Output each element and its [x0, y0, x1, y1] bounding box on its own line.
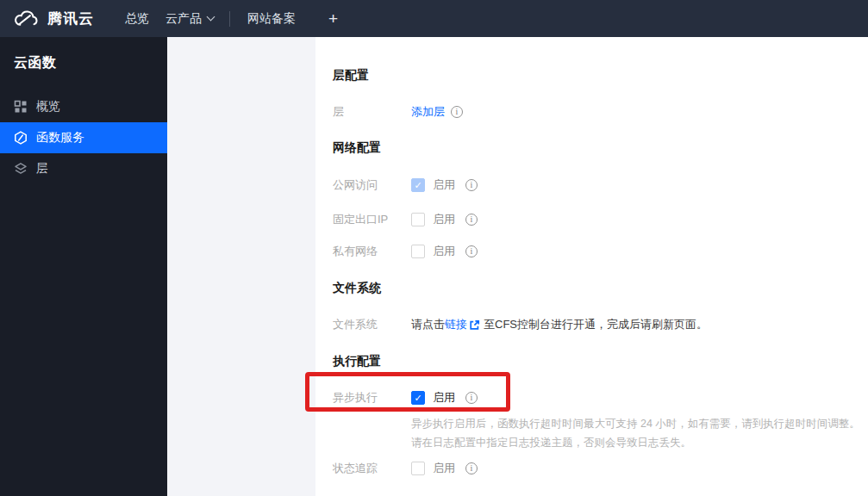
brand-name: 腾讯云 — [47, 9, 94, 28]
enable-label: 启用 — [433, 244, 455, 259]
topbar: 腾讯云 总览 云产品 网站备案 + — [0, 0, 868, 37]
sidebar-item-layers[interactable]: 层 — [0, 153, 167, 184]
sidebar-menu: 概览 函数服务 层 — [0, 91, 167, 184]
layer-row: 层 添加层 — [333, 102, 463, 122]
enable-label: 启用 — [433, 212, 455, 227]
sidebar-title: 云函数 — [0, 37, 167, 72]
topnav-overview[interactable]: 总览 — [125, 11, 149, 27]
filesystem-row: 文件系统 请点击 链接 至CFS控制台进行开通，完成后请刷新页面。 — [333, 314, 708, 335]
info-icon[interactable] — [465, 214, 478, 226]
topnav-icp-filing[interactable]: 网站备案 — [247, 11, 296, 27]
async-execution-row: 异步执行 启用 — [333, 388, 478, 408]
sidebar-item-overview-label: 概览 — [36, 99, 60, 115]
console-screen: 腾讯云 总览 云产品 网站备案 + 云函数 概览 — [0, 0, 868, 496]
layers-icon — [14, 162, 28, 176]
topnav-cloud-products-label: 云产品 — [165, 11, 202, 27]
async-help-line-1: 异步执行启用后，函数执行超时时间最大可支持 24 小时，如有需要，请到执行超时时… — [411, 414, 860, 433]
public-access-label: 公网访问 — [333, 177, 411, 193]
status-tracking-checkbox[interactable] — [411, 462, 425, 475]
function-service-icon — [14, 131, 28, 145]
info-icon[interactable] — [465, 245, 478, 257]
enable-label: 启用 — [433, 390, 455, 406]
info-icon[interactable] — [451, 106, 463, 118]
enable-label: 启用 — [433, 177, 455, 193]
topnav-divider — [229, 11, 230, 27]
content-left-strip — [167, 37, 315, 496]
topnav-add-button[interactable]: + — [328, 9, 338, 28]
private-network-label: 私有网络 — [333, 244, 411, 259]
cfs-console-link[interactable]: 链接 — [445, 317, 467, 332]
add-layer-link[interactable]: 添加层 — [411, 104, 445, 120]
grid-icon — [14, 100, 28, 114]
sidebar: 云函数 概览 函数服务 — [0, 37, 167, 496]
fixed-egress-ip-row: 固定出口IP 启用 — [333, 209, 478, 230]
filesystem-label: 文件系统 — [333, 317, 411, 332]
tencent-cloud-logo — [12, 9, 40, 29]
status-tracking-row: 状态追踪 启用 — [333, 458, 478, 479]
info-icon[interactable] — [465, 179, 478, 191]
sidebar-item-function-service-label: 函数服务 — [36, 130, 84, 146]
fixed-egress-ip-checkbox[interactable] — [411, 213, 425, 226]
info-icon[interactable] — [465, 392, 478, 404]
section-title-layer-config: 层配置 — [333, 68, 369, 82]
public-access-checkbox — [411, 178, 425, 192]
chevron-down-icon — [207, 13, 215, 22]
external-link-icon — [469, 319, 480, 331]
async-help-line-2: 请在日志配置中指定日志投递主题，否则会导致日志丢失。 — [411, 433, 860, 452]
async-execution-checkbox[interactable] — [411, 391, 425, 405]
fixed-egress-ip-label: 固定出口IP — [333, 212, 411, 227]
sidebar-item-function-service[interactable]: 函数服务 — [0, 122, 167, 153]
layer-label: 层 — [333, 104, 411, 120]
sidebar-item-layers-label: 层 — [36, 161, 48, 177]
sidebar-item-overview[interactable]: 概览 — [0, 91, 167, 122]
private-network-checkbox[interactable] — [411, 245, 425, 258]
private-network-row: 私有网络 启用 — [333, 241, 478, 262]
topnav-cloud-products[interactable]: 云产品 — [165, 11, 214, 27]
section-title-filesystem: 文件系统 — [333, 281, 381, 294]
async-execution-label: 异步执行 — [333, 390, 411, 406]
filesystem-instruction: 请点击 链接 至CFS控制台进行开通，完成后请刷新页面。 — [411, 317, 708, 332]
section-title-network-config: 网络配置 — [333, 140, 381, 154]
enable-label: 启用 — [433, 461, 455, 476]
filesystem-text-after: 至CFS控制台进行开通，完成后请刷新页面。 — [484, 317, 708, 332]
section-title-execution-config: 执行配置 — [333, 354, 381, 368]
status-tracking-label: 状态追踪 — [333, 461, 411, 476]
info-icon[interactable] — [465, 462, 478, 474]
filesystem-text-before: 请点击 — [411, 317, 445, 332]
tencent-cloud-brand[interactable]: 腾讯云 — [12, 9, 94, 29]
async-execution-help-text: 异步执行启用后，函数执行超时时间最大可支持 24 小时，如有需要，请到执行超时时… — [411, 414, 860, 452]
public-access-row: 公网访问 启用 — [333, 175, 478, 195]
